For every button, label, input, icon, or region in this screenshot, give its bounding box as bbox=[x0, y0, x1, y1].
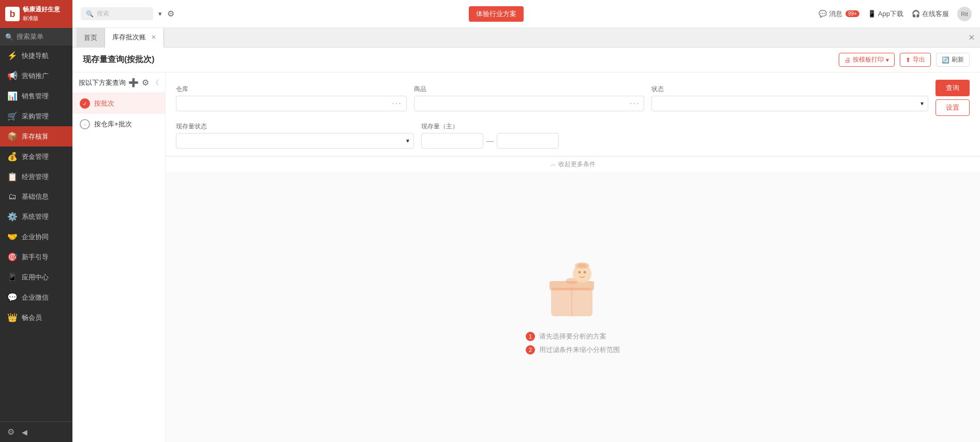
sidebar-item-label: 畅会员 bbox=[22, 313, 42, 322]
inventory-icon: 📦 bbox=[7, 131, 18, 141]
empty-svg bbox=[542, 259, 604, 321]
sidebar-item-enterprise[interactable]: 🤝 企业协同 bbox=[0, 227, 72, 247]
sidebar-search-label: 搜索菜单 bbox=[17, 32, 43, 41]
sidebar-item-finance[interactable]: 💰 资金管理 bbox=[0, 146, 72, 167]
search-icon: 🔍 bbox=[5, 33, 13, 41]
plan-item-by-warehouse-batch[interactable]: ○ 按仓库+批次 bbox=[72, 114, 165, 135]
sidebar-item-label: 新手引导 bbox=[22, 253, 49, 262]
topbar-dropdown-arrow[interactable]: ▾ bbox=[158, 10, 162, 18]
printer-icon: 🖨 bbox=[844, 56, 851, 64]
chevron-up-icon: ︿ bbox=[550, 160, 556, 169]
left-panel-header: 按以下方案查询 ➕ ⚙ 《 bbox=[72, 72, 165, 93]
sidebar-item-label: 基础信息 bbox=[22, 192, 49, 201]
messages-label: 消息 bbox=[829, 9, 842, 19]
sidebar-item-member[interactable]: 👑 畅会员 bbox=[0, 307, 72, 328]
inventory-status-select[interactable]: ▾ bbox=[176, 133, 414, 149]
sidebar-collapse-icon[interactable]: ◀ bbox=[22, 428, 27, 436]
quick-nav-icon: ⚡ bbox=[7, 51, 18, 61]
collapse-filters-button[interactable]: ︿ 收起更多条件 bbox=[166, 156, 980, 172]
refresh-button[interactable]: 🔄 刷新 bbox=[936, 53, 970, 67]
sidebar-item-app-center[interactable]: 📱 应用中心 bbox=[0, 267, 72, 287]
inventory-amount-to[interactable] bbox=[497, 133, 559, 149]
app-download-label: App下载 bbox=[878, 9, 903, 19]
tab-area-close-button[interactable]: ✕ bbox=[963, 33, 980, 42]
plan-label-by-warehouse-batch: 按仓库+批次 bbox=[94, 120, 132, 129]
sidebar-item-inventory[interactable]: 📦 库存核算 bbox=[0, 126, 72, 146]
topbar-gear-icon[interactable]: ⚙ bbox=[167, 9, 174, 19]
warehouse-label: 仓库 bbox=[176, 85, 407, 94]
export-icon: ⬆ bbox=[905, 56, 911, 64]
finance-icon: 💰 bbox=[7, 152, 18, 161]
trial-button[interactable]: 体验行业方案 bbox=[469, 6, 524, 22]
export-button[interactable]: ⬆ 导出 bbox=[900, 53, 931, 67]
messages-item[interactable]: 💬 消息 99+ bbox=[819, 9, 859, 19]
empty-hints: 1 请先选择要分析的方案 2 用过滤条件来缩小分析范围 bbox=[526, 332, 620, 355]
product-dots[interactable]: ··· bbox=[630, 99, 640, 108]
plan-label-by-batch: 按批次 bbox=[94, 99, 114, 108]
sidebar-item-system[interactable]: ⚙️ 系统管理 bbox=[0, 207, 72, 227]
inventory-status-label: 现存量状态 bbox=[176, 122, 414, 131]
sidebar-item-sales[interactable]: 📊 销售管理 bbox=[0, 86, 72, 106]
filter-buttons: 查询 设置 bbox=[936, 80, 970, 116]
app-center-icon: 📱 bbox=[7, 272, 18, 282]
enterprise-icon: 🤝 bbox=[7, 232, 18, 242]
wechat-icon: 💬 bbox=[7, 292, 18, 302]
sidebar-item-label: 库存核算 bbox=[22, 132, 49, 141]
empty-illustration bbox=[542, 259, 604, 321]
sidebar-item-basic-info[interactable]: 🗂 基础信息 bbox=[0, 187, 72, 207]
inventory-amount-from[interactable] bbox=[421, 133, 483, 149]
filter-product: 商品 ··· bbox=[414, 85, 645, 111]
template-print-button[interactable]: 🖨 按模板打印 ▾ bbox=[839, 53, 895, 67]
sidebar-item-marketing[interactable]: 📢 营销推广 bbox=[0, 66, 72, 86]
sidebar-item-label: 快捷导航 bbox=[22, 51, 49, 61]
search-button[interactable]: 查询 bbox=[936, 80, 970, 96]
data-area: 1 请先选择要分析的方案 2 用过滤条件来缩小分析范围 bbox=[166, 172, 980, 442]
sidebar-header: b 畅康通好生意 标准版 bbox=[0, 0, 72, 28]
headset-icon: 🎧 bbox=[912, 10, 920, 18]
settings-plan-button[interactable]: ⚙ bbox=[142, 78, 149, 87]
topbar-search-placeholder: 搜索 bbox=[97, 9, 109, 18]
sidebar-search-bar[interactable]: 🔍 搜索菜单 bbox=[0, 28, 72, 46]
sidebar-item-operations[interactable]: 📋 经营管理 bbox=[0, 167, 72, 187]
sidebar-item-label: 系统管理 bbox=[22, 212, 49, 222]
status-dropdown-icon: ▾ bbox=[920, 100, 924, 107]
plan-item-by-batch[interactable]: ✓ 按批次 bbox=[72, 93, 165, 114]
svg-point-5 bbox=[578, 271, 581, 274]
svg-point-6 bbox=[584, 271, 586, 274]
left-panel: 按以下方案查询 ➕ ⚙ 《 ✓ 按批次 ○ 按仓库+批次 bbox=[72, 72, 166, 442]
user-profile[interactable]: Rit bbox=[957, 7, 972, 21]
filter-settings-button[interactable]: 设置 bbox=[936, 99, 970, 116]
plan-icon-by-batch: ✓ bbox=[80, 98, 90, 109]
add-plan-button[interactable]: ➕ bbox=[128, 78, 139, 87]
warehouse-dots[interactable]: ··· bbox=[392, 99, 402, 108]
topbar-search[interactable]: 🔍 搜索 bbox=[81, 7, 153, 20]
tab-home[interactable]: 首页 bbox=[77, 28, 105, 48]
left-panel-title: 按以下方案查询 bbox=[79, 78, 126, 87]
sidebar-company: 畅康通好生意 bbox=[23, 6, 60, 14]
sidebar-item-newbie[interactable]: 🎯 新手引导 bbox=[0, 247, 72, 267]
tab-close-icon[interactable]: ✕ bbox=[151, 34, 156, 41]
sidebar-item-wechat[interactable]: 💬 企业微信 bbox=[0, 287, 72, 307]
warehouse-input[interactable]: ··· bbox=[176, 96, 407, 111]
marketing-icon: 📢 bbox=[7, 71, 18, 81]
right-panel: 仓库 ··· 商品 ··· 状态 bbox=[166, 72, 980, 442]
filter-row-2: 现存量状态 ▾ 现存量（主） — bbox=[176, 122, 970, 149]
sidebar-item-quick-nav[interactable]: ⚡ 快捷导航 bbox=[0, 46, 72, 66]
sidebar-settings-icon[interactable]: ⚙ bbox=[7, 427, 14, 437]
status-select[interactable]: ▾ bbox=[651, 96, 928, 111]
main-area: 🔍 搜索 ▾ ⚙ 体验行业方案 💬 消息 99+ 📱 App下载 🎧 在线客服 bbox=[72, 0, 980, 442]
online-service-label: 在线客服 bbox=[922, 9, 949, 19]
topbar-right: 💬 消息 99+ 📱 App下载 🎧 在线客服 Rit bbox=[819, 7, 972, 21]
tab-home-label: 首页 bbox=[84, 33, 97, 42]
topbar-left: 🔍 搜索 ▾ ⚙ bbox=[81, 7, 174, 20]
app-download-item[interactable]: 📱 App下载 bbox=[868, 9, 903, 19]
newbie-icon: 🎯 bbox=[7, 252, 18, 262]
hint-item-1: 1 请先选择要分析的方案 bbox=[526, 332, 620, 341]
sidebar-item-purchase[interactable]: 🛒 采购管理 bbox=[0, 106, 72, 126]
sidebar-version: 标准版 bbox=[23, 15, 60, 22]
tab-batch-account[interactable]: 库存批次账 ✕ bbox=[105, 28, 164, 48]
collapse-panel-button[interactable]: 《 bbox=[152, 78, 159, 87]
product-input[interactable]: ··· bbox=[414, 96, 645, 111]
page-header: 现存量查询(按批次) 🖨 按模板打印 ▾ ⬆ 导出 🔄 刷新 bbox=[72, 48, 980, 72]
online-service-item[interactable]: 🎧 在线客服 bbox=[912, 9, 949, 19]
